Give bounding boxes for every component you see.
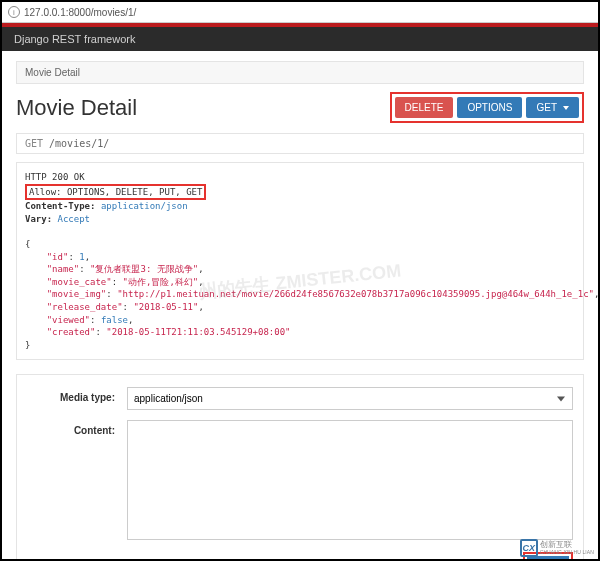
- action-button-group: DELETE OPTIONS GET: [390, 92, 584, 123]
- footer-brand: CX 创新互联 CHUANG XIN HU LIAN: [520, 539, 594, 557]
- breadcrumb: Movie Detail: [16, 61, 584, 84]
- brand-logo-icon: CX: [520, 539, 538, 557]
- brand-line2: CHUANG XIN HU LIAN: [540, 550, 594, 555]
- url-text: 127.0.0.1:8000/movies/1/: [24, 7, 136, 18]
- content-label: Content:: [27, 420, 127, 436]
- options-button[interactable]: OPTIONS: [457, 97, 522, 118]
- navbar: Django REST framework: [2, 27, 598, 51]
- breadcrumb-current: Movie Detail: [25, 67, 80, 78]
- site-info-icon[interactable]: i: [8, 6, 20, 18]
- chevron-down-icon: [563, 106, 569, 110]
- request-method: GET: [25, 138, 43, 149]
- put-button[interactable]: [527, 556, 569, 561]
- media-type-label: Media type:: [27, 387, 127, 403]
- status-line: HTTP 200 OK: [25, 172, 85, 182]
- delete-button[interactable]: DELETE: [395, 97, 454, 118]
- response-panel: 州的先生 ZMISTER.COM HTTP 200 OK Allow: OPTI…: [16, 162, 584, 360]
- get-button[interactable]: GET: [526, 97, 579, 118]
- get-button-label: GET: [536, 102, 557, 113]
- browser-address-bar[interactable]: i 127.0.0.1:8000/movies/1/: [2, 2, 598, 23]
- response-text: HTTP 200 OK Allow: OPTIONS, DELETE, PUT,…: [25, 171, 575, 351]
- request-line: GET /movies/1/: [16, 133, 584, 154]
- raw-form-panel: Media type: application/json Content:: [16, 374, 584, 561]
- allow-header-highlight: Allow: OPTIONS, DELETE, PUT, GET: [25, 184, 206, 201]
- request-path: /movies/1/: [49, 138, 109, 149]
- content-textarea[interactable]: [127, 420, 573, 540]
- navbar-brand[interactable]: Django REST framework: [14, 33, 135, 45]
- page-title: Movie Detail: [16, 95, 137, 121]
- media-type-select[interactable]: application/json: [127, 387, 573, 410]
